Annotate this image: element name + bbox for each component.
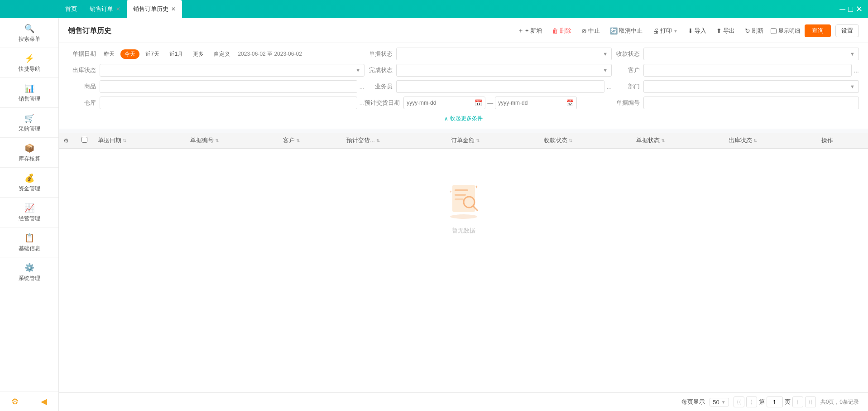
export-button[interactable]: ⬆ 导出 — [714, 25, 738, 37]
order-status-select[interactable]: ▼ — [396, 48, 612, 60]
customer-input[interactable] — [643, 64, 852, 77]
warehouse-dots[interactable]: ... — [359, 99, 364, 106]
customer-dots[interactable]: ... — [854, 67, 859, 74]
warehouse-label: 仓库 — [68, 99, 100, 107]
page-size-select[interactable]: 50 ▼ — [710, 398, 729, 406]
sort-orderno-icon[interactable]: ⇅ — [215, 138, 219, 143]
display-detail-checkbox[interactable] — [771, 28, 777, 34]
sidebar-item-basics[interactable]: 📋 基础信息 — [0, 227, 58, 257]
sidebar-item-inventory[interactable]: 📦 库存核算 — [0, 138, 58, 168]
sort-order-status-icon[interactable]: ⇅ — [661, 138, 665, 143]
sidebar-settings-icon[interactable]: ⚙ — [11, 396, 19, 406]
last-page-button[interactable]: ⟩⟩ — [805, 396, 816, 407]
date-btn-today[interactable]: 今天 — [120, 49, 139, 59]
sidebar-collapse-icon[interactable]: ◀ — [41, 396, 47, 406]
first-page-button[interactable]: ⟨⟨ — [734, 396, 744, 407]
filter-row-1: 单据日期 昨天 今天 近7天 近1月 更多 自定义 2023-06-02 至 2… — [68, 48, 859, 60]
th-payment-status[interactable]: 收款状态 ⇅ — [539, 133, 632, 149]
product-field[interactable] — [104, 83, 353, 90]
date-btn-yesterday[interactable]: 昨天 — [100, 49, 119, 59]
sidebar-item-system[interactable]: ⚙️ 系统管理 — [0, 257, 58, 287]
order-no-field[interactable] — [647, 100, 855, 106]
sidebar-item-purchase[interactable]: 🛒 采购管理 — [0, 108, 58, 138]
order-no-input[interactable] — [643, 97, 859, 109]
sort-delivery-icon[interactable]: ⇅ — [376, 138, 380, 143]
query-button[interactable]: 查询 — [805, 24, 831, 37]
settings-icon[interactable]: ⚙ — [63, 137, 69, 144]
print-button[interactable]: 🖨 打印 ▼ — [650, 25, 681, 37]
close-icon[interactable]: ✕ — [856, 4, 863, 14]
sidebar-item-operations[interactable]: 📈 经营管理 — [0, 198, 58, 227]
salesperson-input[interactable] — [396, 80, 604, 93]
delivery-from-picker[interactable]: 📅 — [403, 97, 485, 109]
new-button[interactable]: ＋ + 新增 — [515, 25, 545, 37]
settings-button[interactable]: 设置 — [835, 24, 859, 37]
tab-sales-order-history-close[interactable]: ✕ — [171, 6, 176, 12]
th-order-status[interactable]: 单据状态 ⇅ — [632, 133, 724, 149]
table-footer: 每页显示 50 ▼ ⟨⟨ ⟨ 第 页 ⟩ ⟩⟩ 共0页，0条记录 — [59, 392, 868, 411]
calendar-from-icon[interactable]: 📅 — [475, 99, 482, 106]
product-dots[interactable]: ... — [359, 83, 364, 90]
order-status-arrow: ▼ — [603, 51, 608, 57]
prev-page-button[interactable]: ⟨ — [746, 396, 757, 407]
department-label: 部门 — [612, 82, 643, 91]
import-button[interactable]: ⬇ 导入 — [685, 25, 709, 37]
date-btn-7days[interactable]: 近7天 — [141, 49, 163, 59]
tab-sales-order-close[interactable]: ✕ — [116, 6, 120, 12]
delivery-from-input[interactable] — [407, 100, 475, 106]
tab-sales-order-history[interactable]: 销售订单历史 ✕ — [127, 0, 182, 18]
th-date[interactable]: 单据日期 ⇅ — [93, 133, 186, 149]
next-page-button[interactable]: ⟩ — [792, 396, 803, 407]
minimize-icon[interactable]: ─ — [839, 5, 845, 14]
sidebar-item-sales[interactable]: 📊 销售管理 — [0, 78, 58, 108]
refresh-button[interactable]: ↻ 刷新 — [742, 25, 766, 37]
payment-status-arrow: ▼ — [850, 51, 855, 57]
th-customer[interactable]: 客户 ⇅ — [278, 133, 342, 149]
sort-date-icon[interactable]: ⇅ — [123, 138, 126, 143]
th-settings[interactable]: ⚙ — [59, 133, 77, 149]
date-btn-more[interactable]: 更多 — [189, 49, 208, 59]
warehouse-field[interactable] — [104, 100, 353, 106]
print-dropdown-icon[interactable]: ▼ — [673, 29, 678, 34]
sidebar-item-quicknav[interactable]: ⚡ 快捷导航 — [0, 48, 58, 78]
sort-amount-icon[interactable]: ⇅ — [476, 138, 480, 143]
payment-status-select[interactable]: ▼ — [643, 48, 859, 60]
per-page-arrow: ▼ — [721, 400, 726, 405]
cancel-stop-button[interactable]: 🔄 取消中止 — [607, 25, 645, 37]
sales-icon: 📊 — [24, 83, 34, 93]
th-delivery[interactable]: 预计交货... ⇅ — [342, 133, 446, 149]
date-separator: — — [487, 100, 493, 106]
product-input[interactable] — [100, 80, 357, 93]
date-btn-custom[interactable]: 自定义 — [210, 49, 234, 59]
quicknav-icon: ⚡ — [24, 53, 34, 63]
delivery-to-picker[interactable]: 📅 — [495, 97, 577, 109]
delivery-to-input[interactable] — [498, 100, 566, 106]
maximize-icon[interactable]: □ — [848, 5, 853, 14]
delete-button[interactable]: 🗑 删除 — [549, 25, 574, 37]
th-warehouse-status[interactable]: 出库状态 ⇅ — [724, 133, 816, 149]
complete-status-select[interactable]: ▼ — [396, 64, 612, 77]
customer-field[interactable] — [647, 67, 848, 74]
stop-button[interactable]: ⊘ 中止 — [579, 25, 603, 37]
th-order-no[interactable]: 单据编号 ⇅ — [186, 133, 278, 149]
warehouse-status-select[interactable]: ▼ — [100, 64, 364, 77]
sort-payment-icon[interactable]: ⇅ — [569, 138, 572, 143]
tab-home[interactable]: 首页 — [59, 0, 83, 18]
tab-sales-order[interactable]: 销售订单 ✕ — [83, 0, 127, 18]
select-all-checkbox[interactable] — [82, 137, 87, 143]
calendar-to-icon[interactable]: 📅 — [566, 99, 574, 106]
warehouse-input[interactable] — [100, 97, 357, 109]
salesperson-field[interactable] — [400, 83, 600, 90]
page-number-input[interactable] — [767, 396, 783, 407]
department-select[interactable]: ▼ — [643, 80, 859, 93]
salesperson-dots[interactable]: ... — [606, 83, 612, 90]
sidebar-item-finance[interactable]: 💰 资金管理 — [0, 168, 58, 198]
date-btn-1month[interactable]: 近1月 — [165, 49, 187, 59]
sort-warehouse-icon[interactable]: ⇅ — [753, 138, 757, 143]
sidebar-item-search[interactable]: 🔍 搜索菜单 — [0, 18, 58, 48]
sort-customer-icon[interactable]: ⇅ — [296, 138, 300, 143]
collapse-row[interactable]: ∧ 收起更多条件 — [68, 113, 859, 126]
date-buttons: 昨天 今天 近7天 近1月 更多 自定义 — [100, 49, 234, 59]
empty-state: ✦ ✦ 暂无数据 — [59, 149, 868, 253]
th-amount[interactable]: 订单金额 ⇅ — [446, 133, 539, 149]
